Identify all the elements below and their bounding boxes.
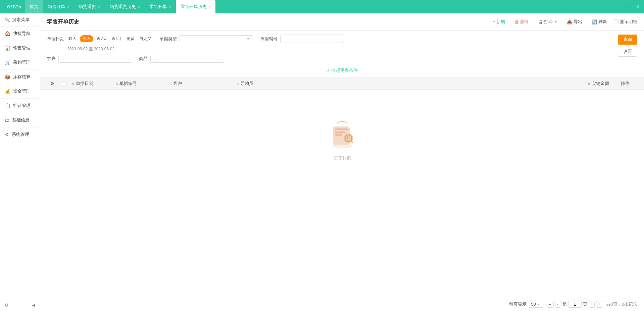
page-size-number: 50 bbox=[531, 302, 536, 307]
sidebar-item-sales-mgmt[interactable]: 📊 销售管理 bbox=[0, 41, 40, 55]
export-button[interactable]: 📤 导出 bbox=[564, 17, 585, 26]
content-area: 零售开单历史 ＋ + 新增 🗑 删除 🖨 打印 ▼ 📤 导出 bbox=[40, 13, 644, 311]
first-page-btn[interactable]: « bbox=[547, 301, 554, 308]
tab-sales-return[interactable]: 销货退货 × bbox=[74, 0, 105, 13]
filter-area: 单据日期 昨天 今天 近7天 近1月 更多 自定义 单据类型 bbox=[40, 31, 644, 78]
quick-nav-icon: 🏠 bbox=[5, 31, 10, 36]
window-minimize-btn[interactable]: — bbox=[625, 4, 633, 10]
tab-retail-open-history-close[interactable]: × bbox=[209, 5, 211, 9]
doctype-select[interactable]: ▼ bbox=[180, 35, 253, 42]
sidebar-item-quick-nav[interactable]: 🏠 快捷导航 bbox=[0, 27, 40, 41]
sidebar-item-inventory[interactable]: 📦 库存核算 bbox=[0, 70, 40, 84]
empty-state: 暂无数据 bbox=[40, 90, 644, 188]
date-shortcuts: 昨天 今天 近7天 近1月 更多 自定义 bbox=[67, 35, 153, 42]
custom-shortcut[interactable]: 自定义 bbox=[138, 35, 153, 42]
basic-info-icon: 🗂 bbox=[5, 117, 9, 123]
col-number-label: 单据编号 bbox=[119, 81, 137, 87]
sidebar-item-basic-info[interactable]: 🗂 基础信息 bbox=[0, 113, 40, 127]
more-shortcut[interactable]: 更多 bbox=[125, 35, 136, 42]
sort-guide-icon[interactable]: ⇅ bbox=[236, 82, 239, 86]
col-guide: ⇅ 导购员 bbox=[234, 81, 274, 87]
docnumber-input[interactable] bbox=[280, 35, 344, 43]
svg-rect-2 bbox=[335, 128, 348, 130]
tab-retail-open[interactable]: 零售开单 × bbox=[145, 0, 176, 13]
refresh-button[interactable]: 🔄 刷新 bbox=[589, 17, 610, 26]
sidebar-item-operations[interactable]: 📋 经营管理 bbox=[0, 99, 40, 113]
date-filter-label: 单据日期 bbox=[47, 36, 64, 42]
week-shortcut[interactable]: 近7天 bbox=[95, 35, 108, 42]
empty-text: 暂无数据 bbox=[334, 155, 351, 161]
display-detail-cb[interactable] bbox=[614, 19, 618, 24]
print-chevron-icon: ▼ bbox=[554, 20, 557, 24]
next-page-btn[interactable]: › bbox=[589, 301, 595, 308]
collapse-more-btn[interactable]: ∧ 收起更多条件 bbox=[47, 67, 637, 73]
col-settings[interactable]: ⚙ bbox=[46, 81, 59, 86]
last-page-btn[interactable]: » bbox=[596, 301, 603, 308]
filter-goods-item: 商品 ... bbox=[139, 55, 224, 63]
setting-button[interactable]: 设置 bbox=[618, 47, 637, 57]
sidebar-collapse-icon[interactable]: ◀ bbox=[32, 303, 35, 308]
sidebar-item-basic-info-label: 基础信息 bbox=[12, 117, 30, 123]
prev-page-btn[interactable]: ‹ bbox=[555, 301, 561, 308]
sort-amount-icon[interactable]: ⇅ bbox=[588, 82, 590, 86]
display-detail-checkbox[interactable]: 显示明细 bbox=[614, 19, 637, 25]
page-size-select: 每页显示 50 ▼ bbox=[509, 301, 543, 308]
page-nav: « ‹ 第 页 › » bbox=[547, 301, 603, 308]
page-input[interactable] bbox=[568, 301, 582, 308]
sort-number-icon[interactable]: ⇅ bbox=[115, 82, 118, 86]
sidebar-bottom: ⚙ ◀ bbox=[0, 299, 40, 311]
tab-retail-open-history-label: 零售开单历史 bbox=[181, 4, 207, 10]
query-button[interactable]: 查询 bbox=[618, 35, 637, 45]
settings-icon[interactable]: ⚙ bbox=[50, 81, 54, 86]
sidebar-settings-icon[interactable]: ⚙ bbox=[5, 303, 9, 308]
page-total: 共0页，0条记录 bbox=[606, 301, 637, 307]
sort-customer-icon[interactable]: ⇅ bbox=[169, 82, 172, 86]
month-shortcut[interactable]: 近1月 bbox=[110, 35, 123, 42]
filter-row-1: 单据日期 昨天 今天 近7天 近1月 更多 自定义 单据类型 bbox=[47, 35, 611, 43]
top-bar: OfTEn 首页 销售订单 × 销货退货 × 销货退货历史 × 零售开单 × 零… bbox=[0, 0, 644, 13]
customer-select-dots: ... bbox=[62, 56, 65, 61]
date-range-display: 2023-06-02 至 2023-06-02 bbox=[67, 46, 611, 52]
col-date: ⇅ 单据日期 bbox=[69, 81, 113, 87]
finance-icon: 💰 bbox=[5, 89, 10, 94]
sidebar-item-finance[interactable]: 💰 资金管理 bbox=[0, 84, 40, 99]
purchase-mgmt-icon: 🛒 bbox=[5, 60, 10, 65]
svg-rect-4 bbox=[335, 134, 342, 136]
doctype-chevron-icon: ▼ bbox=[246, 37, 250, 41]
goods-select-dots: ... bbox=[154, 56, 157, 61]
main-layout: 🔍 搜索菜单 🏠 快捷导航 📊 销售管理 🛒 采购管理 📦 库存核算 💰 资金管… bbox=[0, 13, 644, 311]
col-checkbox[interactable] bbox=[59, 81, 69, 86]
sidebar-search[interactable]: 🔍 搜索菜单 bbox=[0, 13, 40, 27]
tab-sales-return-history-label: 销货退货历史 bbox=[110, 4, 136, 10]
pagination-bar: 每页显示 50 ▼ « ‹ 第 页 › » 共0页，0条记录 bbox=[40, 297, 644, 311]
sidebar-item-system[interactable]: ⚙ 系统管理 bbox=[0, 127, 40, 142]
yesterday-shortcut[interactable]: 昨天 bbox=[67, 35, 78, 42]
tab-retail-open-close[interactable]: × bbox=[169, 5, 171, 9]
window-close-btn[interactable]: × bbox=[635, 4, 641, 10]
page-size-value[interactable]: 50 ▼ bbox=[528, 301, 543, 308]
customer-select[interactable]: ... bbox=[58, 55, 132, 63]
tab-home[interactable]: 首页 bbox=[25, 0, 43, 13]
delete-button[interactable]: 🗑 删除 bbox=[512, 17, 532, 26]
tab-sales-return-history[interactable]: 销货退货历史 × bbox=[105, 0, 145, 13]
per-page-label: 每页显示 bbox=[509, 301, 527, 307]
tab-sales-return-close[interactable]: × bbox=[98, 5, 100, 9]
table-area: ⚙ ⇅ 单据日期 ⇅ 单据编号 ⇅ 客户 ⇅ bbox=[40, 78, 644, 297]
customer-filter-label: 客户 bbox=[47, 56, 56, 62]
today-shortcut[interactable]: 今天 bbox=[80, 35, 93, 42]
export-label: 导出 bbox=[574, 19, 582, 25]
tab-sales-order[interactable]: 销售订单 × bbox=[43, 0, 74, 13]
col-customer-label: 客户 bbox=[173, 81, 182, 87]
sort-date-icon[interactable]: ⇅ bbox=[72, 82, 75, 86]
add-label: + 新增 bbox=[493, 19, 505, 25]
tab-sales-return-history-close[interactable]: × bbox=[138, 5, 140, 9]
add-button[interactable]: ＋ + 新增 bbox=[484, 17, 508, 26]
page-size-chevron: ▼ bbox=[537, 303, 540, 306]
sidebar-item-sales-mgmt-label: 销售管理 bbox=[13, 45, 31, 51]
header-checkbox[interactable] bbox=[62, 81, 66, 86]
goods-select[interactable]: ... bbox=[150, 55, 224, 63]
tab-sales-order-close[interactable]: × bbox=[67, 5, 69, 9]
sidebar-item-purchase-mgmt[interactable]: 🛒 采购管理 bbox=[0, 55, 40, 70]
print-button[interactable]: 🖨 打印 ▼ bbox=[536, 17, 560, 26]
tab-retail-open-history[interactable]: 零售开单历史 × bbox=[176, 0, 215, 13]
